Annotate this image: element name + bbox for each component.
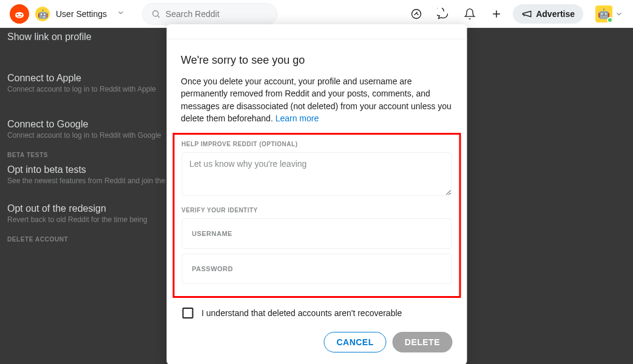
- confirm-label: I understand that deleted accounts aren'…: [201, 308, 402, 318]
- svg-point-4: [21, 13, 22, 15]
- chevron-down-icon[interactable]: [117, 8, 125, 19]
- advertise-label: Advertise: [536, 9, 575, 19]
- reddit-logo-icon[interactable]: [10, 4, 29, 24]
- avatar: 🤖: [595, 5, 612, 22]
- advertise-button[interactable]: Advertise: [513, 4, 583, 24]
- chevron-down-icon: [615, 10, 623, 18]
- settings-background: Show link on profile Connect to AppleCon…: [0, 28, 182, 252]
- create-post-icon[interactable]: [486, 4, 507, 24]
- help-section-label: HELP IMPROVE REDDIT (OPTIONAL): [181, 141, 452, 147]
- delete-button[interactable]: DELETE: [393, 332, 452, 352]
- search-icon: [151, 8, 161, 19]
- svg-point-5: [153, 10, 158, 16]
- search-bar[interactable]: [142, 3, 277, 25]
- search-input[interactable]: [166, 9, 268, 19]
- svg-line-6: [158, 16, 160, 18]
- chat-icon[interactable]: [433, 4, 453, 24]
- popular-icon[interactable]: [406, 4, 427, 24]
- user-menu[interactable]: 🤖: [595, 5, 623, 22]
- verify-section-label: VERIFY YOUR IDENTITY: [181, 207, 452, 214]
- modal-description: Once you delete your account, your profi…: [181, 75, 452, 124]
- password-field[interactable]: [181, 254, 452, 284]
- online-status-icon: [607, 17, 613, 23]
- cancel-button[interactable]: CANCEL: [323, 332, 386, 352]
- learn-more-link[interactable]: Learn more: [276, 113, 319, 123]
- svg-point-3: [17, 13, 19, 15]
- modal-title: We're sorry to see you go: [181, 54, 452, 67]
- form-highlight-box: HELP IMPROVE REDDIT (OPTIONAL) VERIFY YO…: [172, 133, 461, 298]
- notifications-icon[interactable]: [459, 4, 480, 24]
- avatar-icon: 🤖: [35, 7, 50, 21]
- confirm-checkbox[interactable]: [182, 308, 193, 318]
- leaving-reason-input[interactable]: [181, 152, 452, 196]
- page-title: User Settings: [56, 9, 107, 19]
- delete-account-modal: We're sorry to see you go Once you delet…: [166, 24, 467, 364]
- megaphone-icon: [521, 8, 532, 19]
- username-field[interactable]: [181, 218, 452, 249]
- svg-point-7: [412, 9, 421, 18]
